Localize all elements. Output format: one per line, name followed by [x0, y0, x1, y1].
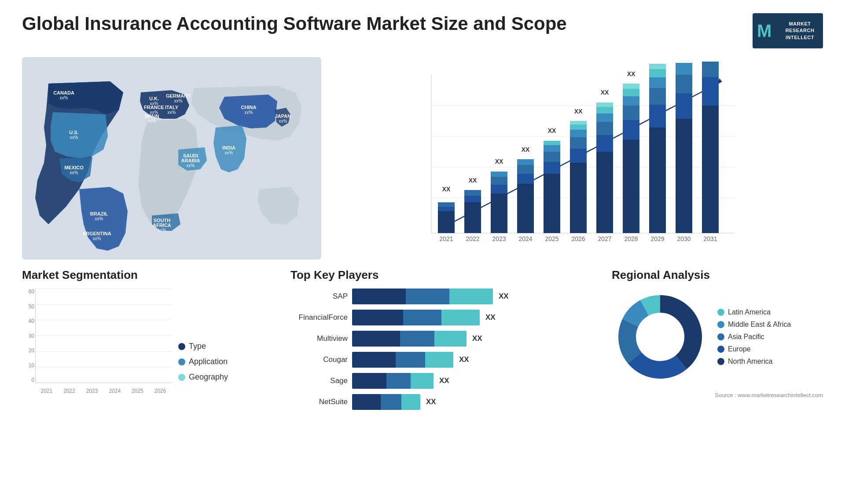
- svg-rect-47: [464, 196, 481, 202]
- dot-europe: [717, 346, 724, 353]
- svg-text:BRAZIL: BRAZIL: [90, 211, 108, 216]
- player-row-sage: Sage XX: [290, 373, 599, 389]
- x-label-2021: 2021: [40, 388, 52, 394]
- y-axis-0: 0: [31, 377, 34, 383]
- logo-box: M MARKETRESEARCHINTELLECT: [753, 13, 823, 48]
- svg-rect-72: [570, 137, 587, 149]
- regional-title: Regional Analysis: [612, 268, 823, 282]
- svg-rect-70: [570, 163, 587, 233]
- svg-text:xx%: xx%: [245, 110, 253, 115]
- svg-rect-108: [702, 77, 719, 106]
- legend-label-application: Application: [189, 357, 228, 366]
- svg-rect-86: [623, 140, 639, 233]
- svg-text:xx%: xx%: [70, 170, 78, 175]
- svg-text:AFRICA: AFRICA: [153, 223, 171, 228]
- svg-rect-82: [596, 107, 613, 113]
- svg-text:XX: XX: [548, 127, 556, 134]
- donut-svg: [612, 289, 709, 385]
- svg-text:XX: XX: [680, 62, 688, 63]
- svg-text:xx%: xx%: [225, 150, 233, 155]
- player-bar-container-sage: XX: [352, 373, 599, 389]
- svg-rect-99: [649, 64, 666, 69]
- legend-europe: Europe: [717, 345, 791, 353]
- svg-rect-107: [702, 106, 719, 233]
- svg-text:ITALY: ITALY: [165, 105, 179, 110]
- dot-mea: [717, 321, 724, 328]
- player-bar-ns: [352, 394, 420, 410]
- player-name-ns: NetSuite: [290, 398, 348, 406]
- svg-rect-80: [596, 122, 613, 135]
- svg-rect-103: [676, 93, 692, 119]
- y-axis-40: 40: [29, 318, 34, 324]
- svg-text:xx%: xx%: [187, 163, 195, 168]
- players-title: Top Key Players: [290, 268, 599, 282]
- svg-text:ARABIA: ARABIA: [181, 158, 200, 163]
- svg-rect-74: [570, 124, 587, 130]
- svg-text:xx%: xx%: [158, 228, 166, 233]
- player-name-ff: FinancialForce: [290, 313, 348, 322]
- label-na: North America: [728, 358, 772, 365]
- player-row-mv: Multiview XX: [290, 331, 599, 347]
- map-section: CANADA xx% U.S. xx% MEXICO xx% BRAZIL xx…: [22, 57, 321, 259]
- svg-text:2027: 2027: [598, 235, 611, 242]
- bottom-grid: Market Segmentation 60 50 40 30 20 10 0: [22, 268, 823, 486]
- players-list: SAP XX FinancialForce: [290, 289, 599, 410]
- y-axis-10: 10: [29, 362, 34, 369]
- logo-text: MARKETRESEARCHINTELLECT: [786, 21, 815, 41]
- svg-rect-67: [544, 141, 560, 145]
- svg-rect-57: [517, 184, 534, 233]
- svg-rect-88: [623, 106, 639, 120]
- svg-point-119: [637, 314, 683, 360]
- svg-text:SPAIN: SPAIN: [145, 113, 159, 119]
- svg-text:xx%: xx%: [95, 216, 103, 221]
- svg-rect-52: [491, 185, 507, 194]
- x-label-2026: 2026: [154, 388, 166, 394]
- donut-chart: [612, 289, 709, 385]
- source-text: Source : www.marketresearchintellect.com: [612, 392, 823, 398]
- player-value-cougar: XX: [459, 355, 469, 364]
- svg-rect-41: [438, 211, 455, 233]
- svg-text:XX: XX: [627, 70, 636, 77]
- svg-rect-64: [544, 162, 560, 174]
- page-container: Global Insurance Accounting Software Mar…: [0, 0, 845, 504]
- svg-rect-91: [623, 84, 639, 89]
- legend-dot-application: [178, 358, 185, 365]
- growth-chart-svg: XX 2021 XX 2022 XX 2023: [339, 62, 814, 255]
- player-bar-ff: [352, 310, 480, 325]
- svg-rect-53: [491, 177, 507, 185]
- svg-rect-79: [596, 135, 613, 152]
- svg-text:GERMANY: GERMANY: [166, 93, 191, 99]
- svg-rect-48: [464, 190, 481, 196]
- dot-apac: [717, 333, 724, 340]
- y-axis-30: 30: [29, 333, 34, 339]
- svg-rect-78: [596, 152, 613, 233]
- legend-latin: Latin America: [717, 308, 791, 316]
- legend-application: Application: [178, 357, 228, 366]
- svg-text:xx%: xx%: [168, 110, 176, 115]
- svg-rect-65: [544, 152, 560, 162]
- svg-rect-104: [676, 75, 692, 93]
- y-axis-20: 20: [29, 347, 34, 354]
- segmentation-section: Market Segmentation 60 50 40 30 20 10 0: [22, 268, 277, 394]
- player-value-sap: XX: [499, 292, 509, 301]
- svg-rect-73: [570, 130, 587, 137]
- x-label-2022: 2022: [63, 388, 75, 394]
- svg-rect-89: [623, 96, 639, 106]
- svg-rect-97: [649, 77, 666, 88]
- svg-rect-98: [649, 69, 666, 77]
- svg-rect-94: [649, 128, 666, 233]
- svg-text:2022: 2022: [466, 235, 479, 242]
- svg-rect-43: [438, 202, 455, 207]
- legend-label-type: Type: [189, 342, 206, 351]
- svg-text:2030: 2030: [677, 235, 691, 242]
- svg-rect-71: [570, 149, 587, 163]
- svg-text:xx%: xx%: [279, 119, 287, 124]
- svg-text:FRANCE: FRANCE: [144, 105, 164, 110]
- player-row-ns: NetSuite XX: [290, 394, 599, 410]
- segmentation-title: Market Segmentation: [22, 268, 277, 282]
- svg-text:xx%: xx%: [148, 119, 156, 124]
- svg-text:2023: 2023: [492, 235, 506, 242]
- header: Global Insurance Accounting Software Mar…: [22, 13, 823, 48]
- dot-na: [717, 358, 724, 365]
- player-name-cougar: Cougar: [290, 355, 348, 364]
